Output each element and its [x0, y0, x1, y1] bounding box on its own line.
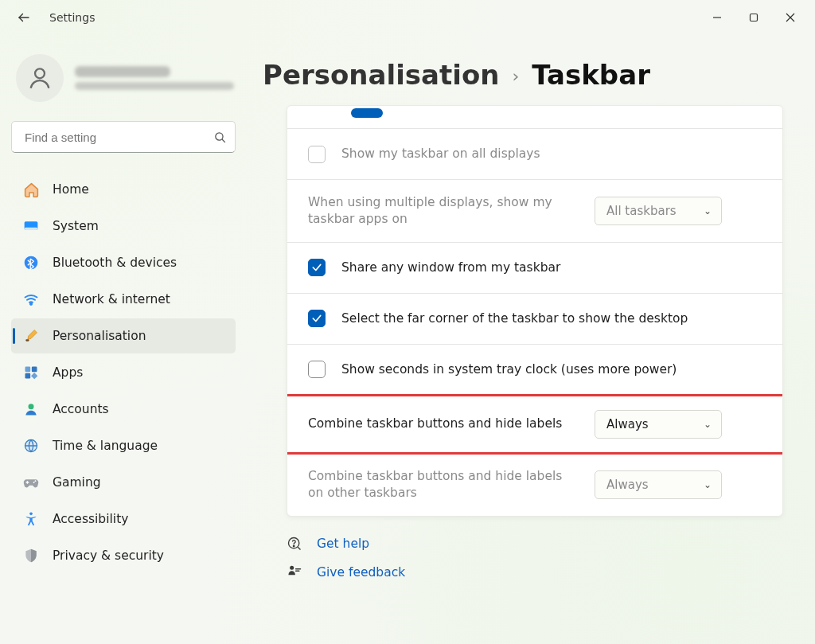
search-box[interactable] — [11, 121, 236, 153]
settings-card: Show my taskbar on all displays When usi… — [287, 105, 783, 517]
setting-label: Show my taskbar on all displays — [341, 146, 755, 162]
setting-label: Show seconds in system tray clock (uses … — [341, 361, 755, 378]
dropdown-value: Always — [606, 478, 649, 492]
minimize-icon — [712, 13, 722, 22]
user-name-blurred — [75, 66, 170, 77]
close-icon — [786, 13, 795, 22]
sidebar-item-label: Personalisation — [53, 329, 146, 343]
svg-line-7 — [222, 139, 225, 142]
user-card[interactable] — [16, 54, 236, 102]
give-feedback-link[interactable]: Give feedback — [287, 564, 783, 580]
get-help-link[interactable]: Get help — [287, 536, 783, 552]
sidebar-item-label: Home — [53, 182, 89, 197]
svg-line-23 — [298, 547, 300, 549]
svg-rect-2 — [751, 14, 758, 21]
svg-point-6 — [216, 132, 223, 139]
apps-icon — [22, 364, 40, 381]
setting-label: Share any window from my taskbar — [341, 260, 755, 276]
breadcrumb: Personalisation › Taskbar — [263, 59, 783, 91]
checkbox[interactable] — [308, 259, 326, 276]
svg-rect-14 — [32, 367, 37, 373]
sidebar-item-privacy[interactable]: Privacy & security — [11, 538, 236, 573]
search-icon — [213, 131, 227, 144]
svg-rect-15 — [25, 373, 31, 379]
sidebar-item-label: Accessibility — [53, 512, 128, 526]
titlebar: Settings — [0, 0, 815, 35]
main-content: Personalisation › Taskbar Show my taskba… — [247, 35, 815, 644]
chevron-down-icon: ⌄ — [704, 479, 712, 490]
link-label: Give feedback — [317, 565, 405, 580]
sidebar-item-home[interactable]: Home — [11, 172, 236, 207]
arrow-left-icon — [17, 10, 31, 25]
close-button[interactable] — [772, 5, 809, 30]
maximize-button[interactable] — [735, 5, 772, 30]
checkbox[interactable] — [308, 361, 326, 378]
checkbox[interactable] — [308, 310, 326, 327]
toggle-switch[interactable] — [351, 108, 383, 118]
svg-point-18 — [33, 482, 35, 483]
sidebar-item-time-language[interactable]: Time & language — [11, 428, 236, 463]
svg-point-10 — [25, 256, 38, 270]
chevron-right-icon: › — [512, 66, 519, 86]
sidebar-item-personalisation[interactable]: Personalisation — [11, 318, 236, 353]
svg-point-16 — [29, 404, 34, 409]
sidebar-item-label: System — [53, 219, 99, 233]
dropdown-value: All taskbars — [606, 204, 677, 218]
svg-rect-13 — [25, 367, 31, 373]
sidebar-item-label: Gaming — [53, 475, 101, 490]
sidebar-item-apps[interactable]: Apps — [11, 355, 236, 390]
sidebar-nav: Home System Bluetooth & devices Network … — [11, 172, 236, 573]
chevron-down-icon: ⌄ — [704, 419, 712, 430]
sidebar-item-accessibility[interactable]: Accessibility — [11, 502, 236, 537]
dropdown-all-taskbars: All taskbars ⌄ — [595, 197, 722, 225]
sidebar-item-label: Network & internet — [53, 292, 170, 306]
search-input[interactable] — [23, 130, 213, 145]
sidebar-item-system[interactable]: System — [11, 209, 236, 244]
home-icon — [22, 181, 40, 198]
sidebar-item-label: Accounts — [53, 402, 109, 416]
checkbox — [308, 146, 326, 163]
feedback-icon — [287, 564, 302, 580]
minimize-button[interactable] — [699, 5, 735, 30]
dropdown-value: Always — [606, 417, 649, 431]
avatar — [16, 54, 64, 102]
svg-point-11 — [30, 303, 32, 305]
setting-show-on-all-displays: Show my taskbar on all displays — [287, 128, 782, 179]
system-icon — [22, 217, 40, 235]
svg-point-24 — [290, 565, 294, 569]
dropdown-combine-buttons-other: Always ⌄ — [595, 470, 722, 499]
sidebar-item-network[interactable]: Network & internet — [11, 282, 236, 317]
setting-label: When using multiple displays, show my ta… — [308, 194, 579, 228]
sidebar-item-label: Privacy & security — [53, 548, 164, 563]
sidebar-item-label: Bluetooth & devices — [53, 256, 177, 270]
bluetooth-icon — [22, 254, 40, 271]
sidebar-item-accounts[interactable]: Accounts — [11, 392, 236, 427]
svg-rect-12 — [25, 339, 29, 342]
setting-combine-buttons-other: Combine taskbar buttons and hide labels … — [287, 453, 782, 516]
setting-label: Combine taskbar buttons and hide labels … — [308, 468, 579, 502]
sidebar: Home System Bluetooth & devices Network … — [0, 35, 247, 644]
svg-point-19 — [35, 480, 37, 482]
svg-rect-9 — [25, 228, 38, 230]
setting-far-corner-desktop: Select the far corner of the taskbar to … — [287, 293, 782, 344]
user-email-blurred — [75, 82, 234, 90]
sidebar-item-gaming[interactable]: Gaming — [11, 465, 236, 500]
breadcrumb-parent[interactable]: Personalisation — [263, 59, 499, 91]
paintbrush-icon — [22, 327, 40, 345]
link-label: Get help — [317, 537, 369, 551]
help-icon — [287, 536, 302, 552]
breadcrumb-current: Taskbar — [532, 59, 650, 91]
wifi-icon — [22, 291, 40, 308]
accessibility-icon — [22, 510, 40, 528]
dropdown-combine-buttons[interactable]: Always ⌄ — [595, 410, 722, 439]
accounts-icon — [22, 400, 40, 418]
setting-row-partial — [287, 106, 782, 128]
gamepad-icon — [22, 474, 40, 491]
sidebar-item-bluetooth[interactable]: Bluetooth & devices — [11, 245, 236, 280]
person-icon — [26, 64, 53, 92]
back-button[interactable] — [13, 6, 35, 29]
setting-combine-buttons: Combine taskbar buttons and hide labels … — [287, 395, 782, 453]
sidebar-item-label: Apps — [53, 365, 83, 380]
setting-multi-display-apps: When using multiple displays, show my ta… — [287, 179, 782, 242]
svg-point-5 — [35, 68, 45, 78]
